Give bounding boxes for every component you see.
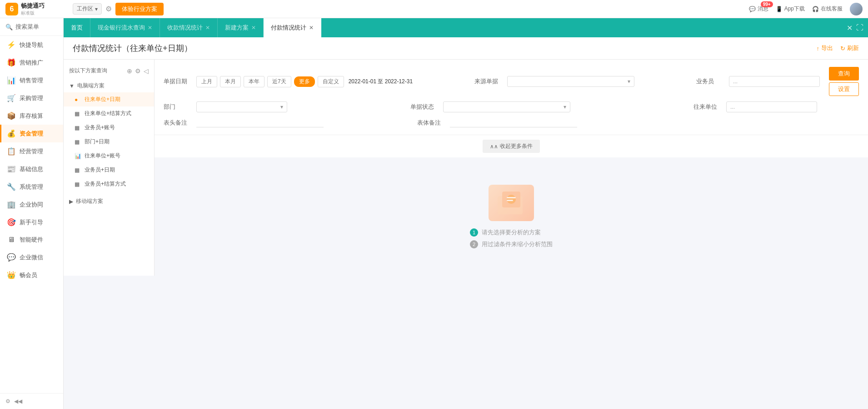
panel-section-desktop-title[interactable]: ▼ 电脑端方案	[64, 79, 154, 92]
tab-receipt-stats[interactable]: 收款情况统计 ✕	[160, 18, 218, 37]
panel-collapse-icon[interactable]: ◁	[144, 67, 149, 75]
date-buttons: 上月 本月 本年 近7天 更多 自定义 2022-01-01 至 2022-12…	[196, 76, 413, 87]
empty-tip-2: 2 用过滤条件来缩小分析范围	[470, 240, 553, 248]
content-area: 首页 现金银行流水查询 ✕ 收款情况统计 ✕ 新建方案 ✕ 付款情况统计 ✕ ✕…	[64, 18, 868, 409]
date-custom-btn[interactable]: 自定义	[318, 76, 344, 87]
sidebar-collapse-icon[interactable]: ◀◀	[14, 398, 22, 404]
panel-item-unit-account[interactable]: 📊 往来单位+账号	[64, 149, 154, 163]
online-service-label: 在线客服	[821, 5, 843, 13]
service-icon: 🎧	[812, 6, 819, 12]
online-service-button[interactable]: 🎧 在线客服	[812, 5, 843, 13]
panel-header-actions: ⊕ ⚙ ◁	[127, 67, 149, 75]
tab-receipt-stats-close-icon[interactable]: ✕	[205, 25, 210, 31]
sidebar-item-system[interactable]: 🔧 系统管理	[0, 178, 63, 196]
page-content: 付款情况统计（往来单位+日期） ↑ 导出 ↻ 刷新	[64, 37, 868, 409]
tab-home[interactable]: 首页	[64, 18, 90, 37]
weixin-icon: 💬	[7, 253, 16, 262]
date-this-year-btn[interactable]: 本年	[244, 76, 264, 87]
try-industry-button[interactable]: 体验行业方案	[115, 3, 164, 15]
sidebar-item-label-basics: 基础信息	[20, 165, 43, 173]
related-unit-value: ...	[730, 104, 735, 110]
search-icon: 🔍	[5, 24, 13, 30]
salesperson-select[interactable]: ...	[729, 76, 820, 87]
sidebar-item-member[interactable]: 👑 畅会员	[0, 266, 63, 284]
refresh-button[interactable]: ↻ 刷新	[840, 44, 859, 52]
sidebar-item-basics[interactable]: 📰 基础信息	[0, 160, 63, 178]
capital-icon: 💰	[7, 129, 16, 138]
marketing-icon: 🎁	[7, 58, 16, 67]
sidebar-item-capital[interactable]: 💰 资金管理	[0, 125, 63, 142]
panel-add-icon[interactable]: ⊕	[127, 67, 132, 75]
settings-icon[interactable]: ⚙	[105, 5, 112, 13]
related-unit-select[interactable]: ...	[726, 101, 817, 112]
date-this-month-btn[interactable]: 本月	[220, 76, 241, 87]
tab-bank-flow[interactable]: 现金银行流水查询 ✕	[90, 18, 160, 37]
panel-mobile-label: 移动端方案	[76, 197, 103, 205]
date-last-7days-btn[interactable]: 近7天	[267, 76, 291, 87]
panel-item-salesperson-account[interactable]: ▦ 业务员+账号	[64, 121, 154, 135]
tab-new-plan[interactable]: 新建方案 ✕	[218, 18, 264, 37]
date-more-btn[interactable]: 更多	[294, 76, 315, 87]
sidebar-item-operations[interactable]: 📋 经营管理	[0, 142, 63, 160]
panel-item-unit-date[interactable]: ● 往来单位+日期	[64, 92, 154, 106]
tab-expand-icon[interactable]: ⛶	[856, 24, 863, 32]
panel-header: 按以下方案查询 ⊕ ⚙ ◁	[64, 64, 154, 77]
sidebar-item-marketing[interactable]: 🎁 营销推广	[0, 54, 63, 71]
tab-payment-stats[interactable]: 付款情况统计 ✕	[264, 18, 321, 37]
sidebar-item-hardware[interactable]: 🖥 智能硬件	[0, 231, 63, 248]
table-body-note-input[interactable]	[450, 118, 577, 127]
sidebar-bottom: ⚙ ◀◀	[0, 393, 63, 409]
collapse-conditions-button[interactable]: ∧∧ 收起更多条件	[483, 140, 540, 153]
empty-illustration	[489, 185, 534, 221]
collapse-icon: ∧∧	[490, 143, 498, 150]
sidebar-item-weixin[interactable]: 💬 企业微信	[0, 248, 63, 266]
panel-item-dept-date[interactable]: ▦ 部门+日期	[64, 135, 154, 149]
salesperson-select-value: ...	[733, 78, 738, 85]
sidebar-item-newbie[interactable]: 🎯 新手引导	[0, 213, 63, 231]
workspace-selector[interactable]: 工作区 ▾	[73, 3, 102, 15]
tab-bank-flow-close-icon[interactable]: ✕	[148, 25, 152, 31]
left-panel: 按以下方案查询 ⊕ ⚙ ◁ ▼ 电脑端方案 ●	[64, 60, 155, 276]
sidebar-item-sales[interactable]: 📊 销售管理	[0, 71, 63, 89]
doc-status-label: 单据状态	[410, 103, 438, 111]
panel-query-label: 按以下方案查询	[69, 67, 107, 75]
sidebar-item-purchase[interactable]: 🛒 采购管理	[0, 89, 63, 107]
app-download-button[interactable]: 📱 App下载	[776, 5, 805, 13]
search-menu-button[interactable]: 🔍 搜索菜单	[0, 18, 63, 36]
sidebar-settings-icon[interactable]: ⚙	[5, 398, 10, 404]
messages-button[interactable]: 💬 消息 99+	[749, 5, 768, 13]
workspace-label: 工作区	[77, 5, 93, 13]
panel-item-salesperson-settlement[interactable]: ▦ 业务员+结算方式	[64, 177, 154, 191]
source-label: 来源单据	[474, 77, 502, 86]
doc-status-select[interactable]: ▾	[443, 101, 570, 112]
tab-payment-stats-close-icon[interactable]: ✕	[309, 25, 314, 31]
messages-badge: 99+	[761, 1, 773, 7]
table-head-note-input[interactable]	[196, 118, 324, 127]
settings-button[interactable]: 设置	[829, 82, 859, 96]
panel-item-unit-date-label: 往来单位+日期	[85, 96, 120, 103]
user-avatar[interactable]	[850, 3, 863, 15]
query-button[interactable]: 查询	[829, 67, 859, 81]
panel-settings-icon[interactable]: ⚙	[135, 67, 141, 75]
app-download-label: App下载	[784, 5, 805, 13]
panel-item-unit-settlement[interactable]: ▦ 往来单位+结算方式	[64, 106, 154, 121]
dept-select[interactable]: ▾	[196, 101, 287, 112]
tab-new-plan-close-icon[interactable]: ✕	[251, 25, 256, 31]
panel-section-mobile-title[interactable]: ▶ 移动端方案	[64, 195, 154, 208]
sidebar-item-label-sales: 销售管理	[20, 76, 43, 85]
empty-state: 1 请先选择要分析的方案 2 用过滤条件来缩小分析范围	[155, 157, 868, 276]
date-last-month-btn[interactable]: 上月	[196, 76, 217, 87]
sidebar-item-enterprise[interactable]: 🏢 企业协同	[0, 196, 63, 213]
sidebar-item-quick-nav[interactable]: ⚡ 快捷导航	[0, 36, 63, 54]
sidebar-item-inventory[interactable]: 📦 库存核算	[0, 107, 63, 125]
panel-desktop-label: 电脑端方案	[77, 82, 105, 90]
tab-close-all-icon[interactable]: ✕	[847, 24, 853, 32]
doc-status-chevron-icon: ▾	[564, 104, 566, 110]
export-button[interactable]: ↑ 导出	[817, 44, 833, 52]
source-select[interactable]: ▾	[507, 76, 634, 87]
newbie-icon: 🎯	[7, 218, 16, 227]
refresh-icon: ↻	[840, 45, 845, 52]
tab-actions: ✕ ⛶	[842, 18, 868, 37]
empty-tip-1: 1 请先选择要分析的方案	[470, 228, 553, 237]
panel-item-salesperson-date[interactable]: ▦ 业务员+日期	[64, 163, 154, 177]
